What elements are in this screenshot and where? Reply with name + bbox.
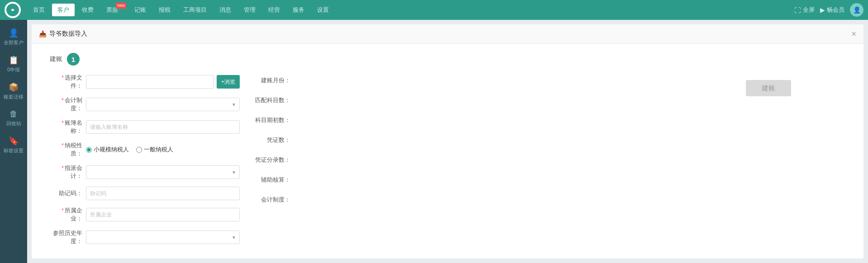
build-button-area: 建账 (746, 80, 791, 96)
nav-item-business[interactable]: 工商项目 (178, 4, 212, 16)
nav-item-messages[interactable]: 消息 (214, 4, 237, 16)
step-circle: 1 (67, 53, 80, 66)
file-row: *选择文件： +浏览 (50, 74, 240, 90)
history-year-label: 参照历史年度： (50, 229, 86, 245)
nav-item-customers[interactable]: 客户 (52, 4, 75, 16)
aux-accounting-label: 辅助核算： (253, 176, 294, 184)
migration-icon: 📦 (9, 82, 19, 92)
nav-item-invoices[interactable]: 票据 new (101, 4, 127, 16)
users-icon: 👤 (9, 28, 19, 38)
info-accounting-system-label: 会计制度： (253, 196, 294, 204)
ledger-name-row: *账簿名称： (50, 119, 240, 135)
aux-accounting-value (294, 173, 845, 187)
member-btn[interactable]: ▶ 畅会员 (820, 6, 844, 14)
company-row: *所属企业： (50, 207, 240, 223)
logo-icon (8, 5, 17, 14)
tax-type-general-input[interactable] (136, 147, 142, 153)
info-accounting-system-value (294, 193, 845, 207)
fullscreen-btn[interactable]: ⛶ 全屏 (794, 6, 815, 14)
user-avatar[interactable]: 👤 (850, 3, 863, 17)
sidebar-item-account-migration[interactable]: 📦 账套迁移 (0, 78, 27, 105)
dialog-header: 📥 导爷数据导入 × (32, 24, 863, 44)
sidebar-item-tag-settings[interactable]: 🔖 标签设置 (0, 132, 27, 159)
tax-type-general-radio[interactable]: 一般纳税人 (136, 146, 173, 154)
sidebar-item-recycle-bin[interactable]: 🗑 回收站 (0, 105, 27, 132)
nav-item-settings[interactable]: 设置 (312, 4, 334, 16)
tax-type-small-label: 小规模纳税人 (94, 146, 129, 154)
nav-item-management[interactable]: 管理 (238, 4, 261, 16)
close-button[interactable]: × (851, 30, 856, 38)
sidebar-item-zero-report-label: 0申报 (7, 66, 20, 73)
accounting-system-select-wrapper: ▼ (86, 98, 240, 111)
voucher-entries-label: 凭证分录数： (253, 156, 294, 164)
tax-type-small-input[interactable] (86, 147, 92, 153)
subjects-initial-value (294, 113, 845, 127)
ledger-name-input[interactable] (86, 120, 240, 134)
file-input[interactable] (86, 75, 214, 89)
file-input-group: +浏览 (86, 75, 240, 89)
info-section: 建账月份： 匹配科目数： 科目期初数： 建账 凭证数： (240, 53, 845, 252)
nav-item-operations[interactable]: 经营 (263, 4, 285, 16)
accounting-system-select[interactable] (86, 98, 240, 111)
fullscreen-label: 全屏 (803, 6, 815, 14)
nav-item-tax[interactable]: 报税 (153, 4, 176, 16)
tax-type-small-radio[interactable]: 小规模纳税人 (86, 146, 129, 154)
nav-item-home[interactable]: 首页 (28, 4, 50, 16)
history-year-select[interactable] (86, 230, 240, 244)
company-label: *所属企业： (50, 207, 86, 223)
build-account-button[interactable]: 建账 (746, 80, 791, 96)
sidebar-item-recycle-bin-label: 回收站 (6, 120, 21, 127)
memo-label: 助记码： (50, 189, 86, 197)
dialog-title: 📥 导爷数据导入 (39, 30, 87, 38)
svg-point-1 (12, 9, 14, 11)
voucher-count-value (294, 133, 845, 147)
step-header: 建账 1 (50, 53, 240, 66)
ledger-name-label: *账簿名称： (50, 119, 86, 135)
nav-item-bookkeeping[interactable]: 记账 (129, 4, 152, 16)
sidebar-item-zero-report[interactable]: 📋 0申报 (0, 51, 27, 78)
tax-type-general-label: 一般纳税人 (144, 146, 173, 154)
sidebar-item-all-customers-label: 全部客户 (4, 39, 24, 46)
fullscreen-icon: ⛶ (794, 6, 801, 14)
accountant-row: *指派会计： ▼ (50, 164, 240, 180)
form-section: 建账 1 *选择文件： +浏览 *会计制度： (50, 53, 240, 252)
memo-row: 助记码： (50, 187, 240, 200)
accountant-select-wrapper: ▼ (86, 165, 240, 179)
sidebar-item-tag-settings-label: 标签设置 (4, 147, 24, 154)
voucher-entries-value (294, 153, 845, 167)
left-sidebar: 👤 全部客户 📋 0申报 📦 账套迁移 🗑 回收站 🔖 标签设置 (0, 20, 27, 263)
aux-accounting-row: 辅助核算： (253, 173, 845, 187)
new-badge: new (116, 3, 126, 9)
accountant-label: *指派会计： (50, 164, 86, 180)
member-label: 畅会员 (827, 6, 844, 14)
accounting-system-label: *会计制度： (50, 96, 86, 113)
subjects-initial-label: 科目期初数： (253, 116, 294, 124)
logo-inner (6, 4, 19, 16)
memo-input[interactable] (86, 187, 240, 200)
sidebar-item-all-customers[interactable]: 👤 全部客户 (0, 23, 27, 51)
match-subjects-label: 匹配科目数： (253, 96, 294, 104)
tag-icon: 🔖 (9, 136, 19, 146)
sidebar-item-account-migration-label: 账套迁移 (4, 94, 24, 100)
import-icon: 📥 (39, 30, 47, 38)
trash-icon: 🗑 (9, 109, 18, 119)
subjects-initial-row: 科目期初数： (253, 113, 845, 127)
top-navigation: 首页 客户 收费 票据 new 记账 报税 工商项目 消息 管理 经营 服务 设… (0, 0, 868, 20)
nav-item-services[interactable]: 服务 (287, 4, 310, 16)
file-label: *选择文件： (50, 74, 86, 90)
accountant-select[interactable] (86, 165, 240, 179)
build-month-label: 建账月份： (253, 76, 294, 85)
info-accounting-system-row: 会计制度： (253, 193, 845, 207)
browse-button[interactable]: +浏览 (217, 75, 240, 89)
nav-right: ⛶ 全屏 ▶ 畅会员 👤 (794, 3, 863, 17)
play-icon: ▶ (820, 6, 825, 14)
main-content: 📥 导爷数据导入 × 建账 1 *选择文件： (27, 20, 868, 263)
voucher-count-label: 凭证数： (253, 136, 294, 144)
voucher-count-row: 凭证数： (253, 133, 845, 147)
tax-type-radio-group: 小规模纳税人 一般纳税人 (86, 146, 240, 154)
company-input[interactable] (86, 208, 240, 221)
nav-menu: 首页 客户 收费 票据 new 记账 报税 工商项目 消息 管理 经营 服务 设… (28, 4, 794, 16)
nav-item-fees[interactable]: 收费 (76, 4, 99, 16)
tax-type-row: *纳税性质： 小规模纳税人 一般纳税人 (50, 141, 240, 158)
app-logo[interactable] (5, 2, 21, 18)
